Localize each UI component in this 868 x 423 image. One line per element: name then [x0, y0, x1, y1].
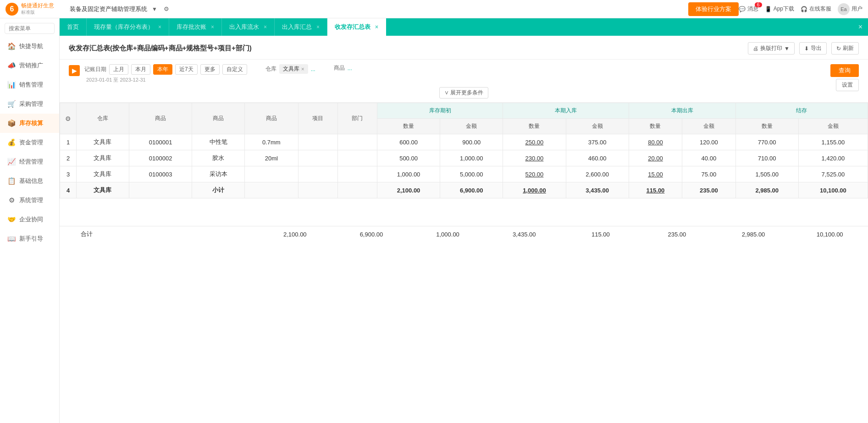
th-init-amt: 金额: [440, 119, 503, 134]
th-project: 项目: [298, 103, 337, 134]
filter-date-section: 记账日期 上月 本月 本年 近7天 更多 自定义 2023-01-01 至 20…: [84, 64, 247, 83]
sys-dropdown-icon[interactable]: ▼: [152, 6, 157, 12]
query-btn[interactable]: 查询: [830, 64, 859, 77]
export-btn[interactable]: ⬇ 导出: [799, 42, 827, 55]
tab-in-out-summary[interactable]: 出入库汇总 ×: [275, 18, 327, 36]
chevron-down-icon: ▼: [784, 45, 790, 52]
date-btn-this-year[interactable]: 本年: [153, 64, 172, 75]
tab-close-in-out-flow[interactable]: ×: [264, 24, 267, 30]
sidebar-item-enterprise[interactable]: 🤝 企业协同: [0, 210, 59, 229]
tab-close-batch-ledger[interactable]: ×: [211, 24, 214, 30]
tab-home[interactable]: 首页: [60, 18, 87, 36]
footer-init-amt: 6,900.00: [333, 231, 410, 238]
cell-qty-out-link[interactable]: 115.00: [647, 187, 665, 194]
sidebar: 🏠 快捷导航 📣 营销推广 📊 销售管理 🛒 采购管理 📦 库存核算 💰: [0, 18, 60, 423]
goods-more-btn[interactable]: ...: [348, 65, 352, 71]
newbie-icon: 📖: [7, 235, 16, 243]
cell-qty-in-link[interactable]: 1,000.00: [523, 187, 546, 194]
sidebar-item-finance[interactable]: 💰 资金管理: [0, 133, 59, 152]
search-bar: [0, 18, 59, 37]
sidebar-item-marketing[interactable]: 📣 营销推广: [0, 56, 59, 75]
footer-bal-qty: 2,985.00: [715, 231, 792, 238]
experience-btn[interactable]: 体验行业方案: [688, 2, 739, 16]
gear-settings-icon[interactable]: ⚙: [164, 5, 169, 12]
cell-qty-out-link[interactable]: 15.00: [648, 171, 663, 178]
cell-qty-bal: 770.00: [735, 134, 798, 150]
tab-close-recv-send-summary[interactable]: ×: [375, 24, 378, 30]
cell-code: 0100002: [129, 150, 192, 166]
th-spec: 商品: [245, 103, 298, 134]
cell-qty-out[interactable]: 115.00: [629, 182, 682, 198]
tab-close-inventory-dist[interactable]: ×: [158, 24, 161, 30]
message-btn[interactable]: 💬 消息 6: [739, 5, 758, 13]
cell-spec: [245, 166, 298, 182]
date-btn-custom[interactable]: 自定义: [222, 64, 247, 75]
cell-qty-init: 500.00: [377, 150, 440, 166]
table-settings-icon[interactable]: ⚙: [65, 115, 71, 122]
refresh-btn[interactable]: ↻ 刷新: [831, 42, 859, 55]
operations-icon: 📈: [7, 158, 16, 166]
tab-bar-close-icon[interactable]: ×: [858, 23, 868, 31]
cell-qty-bal: 2,985.00: [735, 182, 798, 198]
sales-icon: 📊: [7, 81, 16, 89]
logo-area: 6 畅捷通好生意 标准版: [6, 2, 61, 16]
filter-settings-btn[interactable]: 设置: [836, 79, 859, 91]
cell-num: 1: [60, 134, 77, 150]
user-btn[interactable]: Ea 用户: [838, 3, 862, 15]
date-label: 记账日期: [84, 66, 106, 73]
cell-qty-in[interactable]: 230.00: [503, 150, 566, 166]
cell-amt-out: 120.00: [682, 134, 735, 150]
cell-qty-in[interactable]: 1,000.00: [503, 182, 566, 198]
cell-qty-out[interactable]: 15.00: [629, 166, 682, 182]
cell-qty-out-link[interactable]: 80.00: [648, 139, 663, 146]
cell-qty-in-link[interactable]: 520.00: [525, 171, 544, 178]
date-btn-more[interactable]: 更多: [200, 64, 220, 75]
warehouse-more-btn[interactable]: ...: [311, 66, 315, 72]
warehouse-filter: 仓库 文具库 × ...: [265, 64, 315, 74]
footer-out-qty: 115.00: [563, 231, 639, 238]
table-row: 3文具库0100003采访本1,000.005,000.00520.002,60…: [60, 166, 868, 182]
search-input[interactable]: [5, 23, 55, 34]
cell-qty-out[interactable]: 20.00: [629, 150, 682, 166]
tab-recv-send-summary[interactable]: 收发存汇总表 ×: [327, 18, 386, 36]
cell-qty-in[interactable]: 250.00: [503, 134, 566, 150]
marketing-icon: 📣: [7, 61, 16, 70]
print-btn[interactable]: 🖨 换版打印 ▼: [748, 42, 795, 55]
sidebar-item-sales[interactable]: 📊 销售管理: [0, 75, 59, 94]
cell-qty-out[interactable]: 80.00: [629, 134, 682, 150]
cell-amt-init: 1,000.00: [440, 150, 503, 166]
date-btn-this-month[interactable]: 本月: [131, 64, 150, 75]
cell-qty-in[interactable]: 520.00: [503, 166, 566, 182]
sidebar-item-quick-nav[interactable]: 🏠 快捷导航: [0, 37, 59, 56]
th-group-in: 本期入库: [503, 103, 629, 119]
table-col-settings[interactable]: ⚙: [60, 103, 77, 134]
online-service-btn[interactable]: 🎧 在线客服: [801, 5, 831, 13]
filter-expand-btn[interactable]: ▶: [69, 65, 80, 76]
cell-qty-in-link[interactable]: 250.00: [525, 139, 544, 146]
sidebar-item-system[interactable]: ⚙ 系统管理: [0, 191, 59, 210]
tab-inventory-dist[interactable]: 现存量（库存分布表） ×: [87, 18, 169, 36]
top-sys-title: 装备及固定资产辅助管理系统 ▼ ⚙: [61, 5, 688, 13]
tab-in-out-flow[interactable]: 出入库流水 ×: [222, 18, 275, 36]
sidebar-item-base-info[interactable]: 📋 基础信息: [0, 171, 59, 191]
sidebar-item-inventory[interactable]: 📦 库存核算: [0, 114, 59, 133]
page-header: 收发存汇总表(按仓库+商品编码+商品+规格型号+项目+部门) 🖨 换版打印 ▼ …: [60, 36, 868, 60]
footer-in-qty: 1,000.00: [409, 231, 486, 238]
sidebar-item-newbie[interactable]: 📖 新手引导: [0, 229, 59, 248]
tab-batch-ledger[interactable]: 库存批次账 ×: [169, 18, 222, 36]
tab-close-in-out-summary[interactable]: ×: [316, 24, 320, 30]
expand-more-btn[interactable]: ∨ 展开更多条件: [439, 87, 488, 99]
footer-out-amt: 235.00: [639, 231, 715, 238]
date-btn-last-month[interactable]: 上月: [109, 64, 128, 75]
cell-project: [298, 134, 337, 150]
cell-dept: [337, 150, 377, 166]
date-btn-7days[interactable]: 近7天: [175, 64, 198, 75]
sidebar-item-operations[interactable]: 📈 经营管理: [0, 152, 59, 171]
warehouse-tag-close[interactable]: ×: [301, 66, 304, 72]
th-init-qty: 数量: [377, 119, 440, 134]
table-row: 1文具库0100001中性笔0.7mm600.00900.00250.00375…: [60, 134, 868, 150]
sidebar-item-purchase[interactable]: 🛒 采购管理: [0, 94, 59, 114]
cell-qty-in-link[interactable]: 230.00: [525, 155, 544, 162]
app-download-btn[interactable]: 📱 App下载: [765, 5, 794, 13]
cell-qty-out-link[interactable]: 20.00: [648, 155, 663, 162]
